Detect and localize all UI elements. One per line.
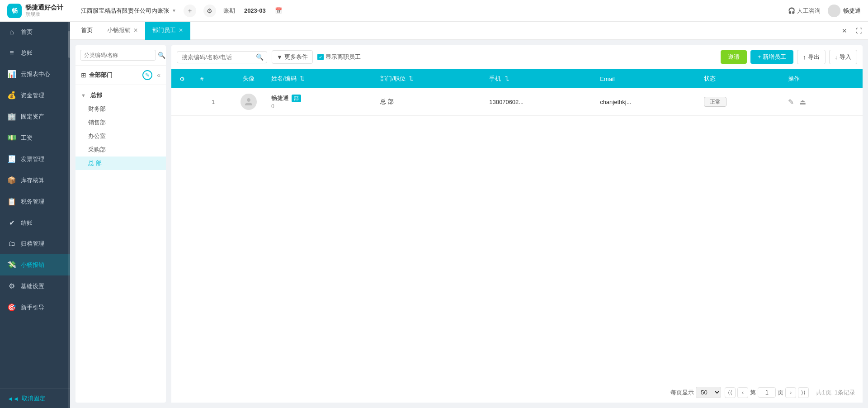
col-dept[interactable]: 部门/职位 ⇅ [373, 69, 482, 88]
app-logo-icon: 畅 [7, 4, 22, 18]
sidebar-item-archive[interactable]: 🗂 归档管理 [0, 233, 70, 254]
tab-xiaochang-close[interactable]: ✕ [133, 27, 138, 33]
dept-node-office[interactable]: 办公室 [75, 129, 166, 143]
main-layout: ⌂ 首页 ≡ 总账 📊 云报表中心 💰 资金管理 🏢 固定资产 💵 工资 🧾 发… [0, 22, 868, 408]
logout-employee-button[interactable]: ⏏ [799, 98, 806, 106]
dept-node-general[interactable]: 总 部 [75, 157, 166, 170]
sidebar-label-guide: 新手引导 [21, 304, 44, 312]
first-page-button[interactable]: ⟨⟨ [725, 387, 736, 398]
settings-button[interactable]: ⚙ [203, 5, 216, 17]
tabs-bar: 首页 小畅报销 ✕ 部门员工 ✕ ✕ ⛶ [70, 22, 868, 40]
page-suffix: 页 [778, 389, 783, 397]
content-area: 首页 小畅报销 ✕ 部门员工 ✕ ✕ ⛶ 🔍 [70, 22, 868, 408]
search-input-wrap: 🔍 [177, 51, 267, 63]
last-page-button[interactable]: ⟩⟩ [798, 387, 809, 398]
sidebar-scroll-indicator [68, 22, 70, 408]
page-input[interactable] [758, 387, 776, 398]
guide-icon: 🎯 [7, 303, 16, 312]
tab-dept-employee-close[interactable]: ✕ [179, 27, 183, 33]
row-actions-cell: ✎ ⏏ [781, 88, 863, 116]
sidebar-item-closing[interactable]: ✔ 结账 [0, 212, 70, 233]
dept-search-button[interactable]: 🔍 [158, 52, 165, 59]
dept-general-label: 总 部 [88, 160, 102, 166]
support-button[interactable]: 🎧 人工咨询 [788, 7, 821, 15]
prev-page-button[interactable]: ‹ [737, 387, 748, 398]
row-phone-cell: 138070602... [482, 88, 593, 116]
dept-office-label: 办公室 [88, 133, 106, 139]
per-page-select[interactable]: 50 100 [696, 387, 721, 398]
show-resigned-checkbox[interactable]: ✓ 显示离职员工 [317, 53, 361, 61]
employee-table-body: 1 畅捷通 部 0 总 部 138070602... chanjethkj... [171, 88, 863, 116]
tab-dept-employee[interactable]: 部门员工 ✕ [145, 22, 190, 40]
sidebar-label-xiaochang: 小畅报销 [21, 261, 44, 269]
dept-header: ⊞ 全部部门 ✎ « [75, 66, 166, 85]
per-page-label: 每页显示 [670, 389, 694, 397]
col-name[interactable]: 姓名/编码 ⇅ [264, 69, 373, 88]
next-page-button[interactable]: › [785, 387, 796, 398]
employee-search-input[interactable] [177, 51, 267, 63]
row-status-cell: 正常 [697, 88, 781, 116]
dept-node-finance[interactable]: 财务部 [75, 102, 166, 116]
sidebar-item-funds[interactable]: 💰 资金管理 [0, 85, 70, 106]
dept-node-sales[interactable]: 销售部 [75, 116, 166, 129]
dept-search-input[interactable] [80, 50, 156, 61]
user-area[interactable]: 畅捷通 [828, 5, 861, 17]
import-button[interactable]: ↓ 导入 [829, 50, 858, 64]
cancel-pin-button[interactable]: ◄◄ 取消固定 [0, 389, 70, 408]
home-icon: ⌂ [7, 28, 16, 36]
toolbar: 🔍 ▼ 更多条件 ✓ 显示离职员工 邀请 + 新增员工 ↑ [171, 45, 863, 69]
sidebar-item-settings[interactable]: ⚙ 基础设置 [0, 275, 70, 297]
dept-panel: 🔍 ⊞ 全部部门 ✎ « ▼ 总部 财务部 [75, 45, 166, 403]
employee-status-badge: 正常 [704, 97, 726, 107]
tab-home[interactable]: 首页 [74, 22, 100, 40]
dept-sales-label: 销售部 [88, 119, 106, 126]
add-button[interactable]: ＋ [184, 5, 196, 17]
payroll-icon: 💵 [7, 133, 16, 142]
dept-purchase-label: 采购部 [88, 146, 106, 153]
col-settings[interactable]: ⚙ [171, 69, 193, 88]
sidebar-label-payroll: 工资 [21, 134, 33, 142]
tab-xiaochang[interactable]: 小畅报销 ✕ [100, 22, 145, 40]
sidebar-item-invoices[interactable]: 🧾 发票管理 [0, 148, 70, 170]
edit-employee-button[interactable]: ✎ [788, 98, 794, 106]
export-label: 导出 [808, 53, 820, 61]
dept-edit-button[interactable]: ✎ [142, 70, 152, 80]
add-employee-button[interactable]: + 新增员工 [750, 50, 793, 64]
dept-root-label: 总部 [90, 91, 102, 100]
col-phone[interactable]: 手机 ⇅ [482, 69, 593, 88]
sidebar-item-home[interactable]: ⌂ 首页 [0, 22, 70, 43]
assets-icon: 🏢 [7, 112, 16, 121]
sidebar-item-ledger[interactable]: ≡ 总账 [0, 43, 70, 63]
settings-nav-icon: ⚙ [7, 282, 16, 290]
export-button[interactable]: ↑ 导出 [797, 50, 826, 64]
sidebar-item-reports[interactable]: 📊 云报表中心 [0, 63, 70, 85]
calendar-icon[interactable]: 📅 [275, 7, 282, 14]
close-all-tabs-button[interactable]: ✕ [839, 25, 850, 36]
pin-icon: ◄◄ [7, 395, 19, 402]
page-nav: ⟨⟨ ‹ 第 页 › ⟩⟩ [725, 387, 809, 398]
sidebar-label-inventory: 库存核算 [21, 176, 44, 185]
employee-table: ⚙ # 头像 姓名/编码 ⇅ 部门/职位 [171, 69, 863, 116]
employee-search-icon[interactable]: 🔍 [256, 53, 264, 61]
sidebar-scroll-thumb [68, 31, 70, 58]
dept-collapse-button[interactable]: « [157, 71, 160, 79]
expand-tabs-button[interactable]: ⛶ [854, 25, 864, 36]
dept-node-purchase[interactable]: 采购部 [75, 143, 166, 157]
show-resigned-label: 显示离职员工 [326, 53, 361, 61]
toolbar-right: 邀请 + 新增员工 ↑ 导出 ↓ 导入 [721, 50, 857, 64]
sidebar-item-assets[interactable]: 🏢 固定资产 [0, 106, 70, 127]
invite-button[interactable]: 邀请 [721, 50, 747, 64]
tab-home-label: 首页 [81, 26, 93, 34]
employee-name: 畅捷通 部 [271, 94, 366, 102]
more-filter-button[interactable]: ▼ 更多条件 [272, 50, 313, 64]
sidebar-item-xiaochang[interactable]: 💸 小畅报销 [0, 254, 70, 275]
sidebar-item-tax[interactable]: 📋 税务管理 [0, 191, 70, 212]
sidebar-item-guide[interactable]: 🎯 新手引导 [0, 297, 70, 318]
sidebar-item-inventory[interactable]: 📦 库存核算 [0, 170, 70, 191]
dept-node-root[interactable]: ▼ 总部 [75, 89, 166, 102]
import-label: 导入 [840, 53, 851, 61]
company-selector[interactable]: 江西服宝精品有限责任公司内账张 ▼ [81, 7, 176, 15]
sidebar-label-closing: 结账 [21, 219, 33, 227]
sidebar-item-payroll[interactable]: 💵 工资 [0, 127, 70, 148]
closing-icon: ✔ [7, 218, 16, 227]
